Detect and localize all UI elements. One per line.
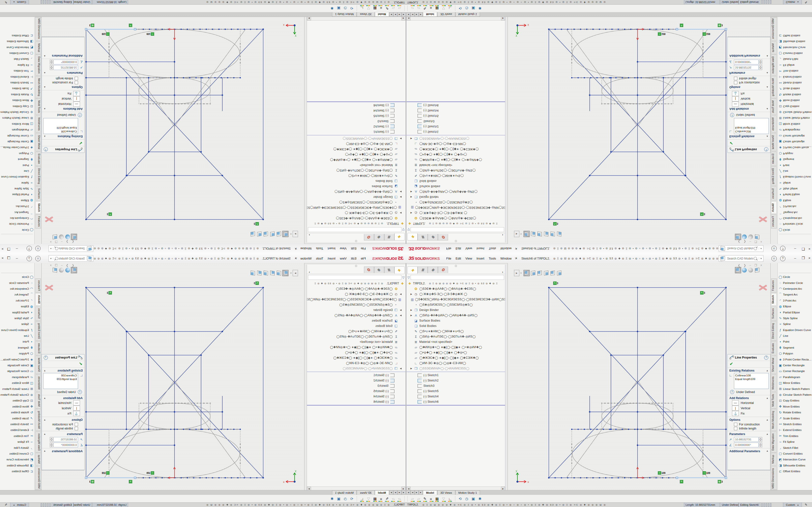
spinner[interactable]: ▲▼ (759, 437, 762, 442)
command-tab[interactable]: Evaluate (35, 341, 41, 355)
menu-item[interactable]: Edit (349, 256, 358, 261)
filter-input[interactable] (308, 227, 401, 232)
tree-root-item[interactable]: ❖ TЯPDL2. ◎ Ξ ◎ Ш ◎ ◎ ◎ ✚ ◎ ⊃С ◎ Ξ ◎ • ◎… (406, 221, 505, 226)
view-document-icon[interactable]: ▶ (293, 270, 298, 276)
document-window-buttons[interactable]: ❮❯ –❐ × (46, 240, 74, 243)
tool-item[interactable]: ◯ Circle (778, 227, 812, 233)
appearance-sphere-icon[interactable] (65, 268, 70, 273)
expand-chevron-icon[interactable]: ▼ (44, 450, 46, 452)
toolbar-icon[interactable]: ▦ (373, 6, 376, 10)
toolbar-icon[interactable]: ▽ (442, 497, 445, 501)
tab-nav-icon[interactable]: ▶ (389, 490, 393, 495)
tree-item[interactable]: ▱ ◯•◎✚◯ ∗◉[◯◦◯]◉∗ ◯✚◎•◯ (307, 152, 406, 157)
toolbar-icon[interactable]: ≡ (430, 6, 432, 10)
expander-icon[interactable]: ▶ (399, 196, 402, 198)
tool-item[interactable]: ↗ Scale Entities (778, 415, 812, 421)
tree-horizontal-scrollbar[interactable]: ◀ ▶ (307, 487, 406, 490)
command-tab[interactable]: Markup (35, 453, 41, 466)
feature-manager-tab[interactable]: ≣ (418, 267, 428, 273)
tool-item[interactable]: ▪ Point (0, 162, 34, 168)
tool-item[interactable]: ⬡ Polygon (0, 350, 34, 356)
tool-item[interactable]: ◌ Perimeter Circle (778, 221, 812, 227)
expander-icon[interactable]: ▶ (399, 367, 402, 370)
tree-root-item[interactable]: ❖ TЯPDL2. ◎ Ξ ◎ Ш ◎ ◎ ◎ ✚ ◎ ⊃С ◎ Ξ ◎ • ◎… (406, 281, 505, 286)
search-box[interactable]: ⬙ ▼ (719, 245, 763, 252)
command-tab[interactable]: Weldments (35, 375, 41, 392)
sketch-list-item[interactable]: (-) Sketch2 (307, 124, 406, 129)
tool-item[interactable]: ⬡ Polygon (778, 350, 812, 356)
toolbar-icon[interactable]: ▦ (435, 497, 439, 501)
feature-manager-tab[interactable]: ❂ (364, 234, 374, 240)
tool-item[interactable]: ◯ Circle (0, 274, 34, 280)
view-cube-icon[interactable] (257, 231, 262, 237)
tool-item[interactable]: ∼ Fit Spline (778, 62, 812, 68)
tree-item[interactable]: Σ ◯ЅИ◎◦✤А∪ПЗЄ◯◦◯ЗЄП∪А✤◦◎ИЅ◯ (307, 168, 406, 173)
document-tab[interactable]: Model (423, 12, 437, 17)
tree-item[interactable]: ▥ ◯Ѕ✤ЗЄЅ◯ИИ◎◦✤ЭСЗЄИЗЄЅЅ◯◦◯ЅЅЄЗИЄЗСЭ✤◦◎ИИ… (307, 205, 406, 210)
feature-manager-tab[interactable]: ≣ (418, 234, 428, 240)
tool-item[interactable]: ◈ 3 Point Center Recta… (0, 145, 34, 151)
tool-item[interactable]: ✥ Move Entities (778, 404, 812, 409)
menu-item[interactable]: Insert (474, 256, 487, 261)
tool-item[interactable]: ⊛ Circular Sketch Pattern (0, 392, 34, 398)
toolbar-icon[interactable]: ✎ (423, 497, 426, 501)
feature-manager-tab[interactable]: ⊕ (428, 267, 438, 273)
tool-item[interactable]: ƒ Equation Driven Curve (778, 327, 812, 333)
document-tab[interactable]: Model (375, 12, 389, 17)
toolbar-icon[interactable]: ∟ (448, 497, 452, 501)
tool-item[interactable]: ⊞ Linear Sketch Pattern (0, 115, 34, 121)
collapse-chevron-icon[interactable]: ▲ (766, 369, 768, 372)
tool-item[interactable]: ⋕ Segment (0, 345, 34, 350)
tool-item[interactable]: ↗ Scale Entities (0, 86, 34, 92)
tab-nav-icon[interactable]: ◀ (406, 12, 410, 17)
tool-item[interactable]: ⌒ Tangent Arc (0, 292, 34, 297)
shaded-view-icon[interactable] (71, 234, 77, 239)
command-tab[interactable]: Features (35, 214, 41, 229)
toolbar-icon[interactable]: ▱ (417, 6, 420, 10)
toolbar-icon[interactable]: ✱ (331, 6, 334, 10)
tree-item[interactable]: ❑ Solid Bodies (307, 323, 406, 329)
caret-down-icon[interactable]: ▼ (290, 233, 292, 235)
tree-item[interactable]: ▶ ❒ Design Binder (307, 194, 406, 200)
spinner[interactable]: ▲▼ (50, 437, 53, 442)
toolbar-icon[interactable]: ✎ (386, 497, 389, 501)
command-tab[interactable]: Evaluate (771, 152, 777, 166)
tool-item[interactable]: ⬡ Polygon (778, 151, 812, 157)
tree-item[interactable]: ◪ Surface Bodies (307, 318, 406, 323)
tool-item[interactable]: ∿ Style Spline (0, 186, 34, 192)
checkbox[interactable] (75, 81, 78, 84)
tool-item[interactable]: ⊏ Offset Entities (0, 33, 34, 39)
scene-sphere-icon[interactable] (748, 234, 753, 239)
close-button[interactable]: × (1, 256, 4, 261)
tree-splitter[interactable] (406, 101, 505, 102)
parameter-field[interactable]: 0.00000000° (734, 443, 759, 447)
menu-item[interactable]: View (463, 256, 474, 261)
tree-item[interactable]: ✎ ◯Ѕ•∪∗❀АМ◯◦◯МА❀∗∪•Ѕ◯ (307, 329, 406, 334)
tool-item[interactable]: ◠ Centerpoint Arc (0, 215, 34, 221)
tool-item[interactable]: ƒ Equation Driven Curve (0, 174, 34, 180)
panel-expand-chevron[interactable]: › (309, 233, 310, 237)
menu-item[interactable]: Tools (487, 246, 498, 251)
view-document-icon[interactable]: ▶ (514, 270, 519, 276)
expander-icon[interactable]: ▶ (410, 367, 413, 370)
filter-input[interactable] (411, 227, 504, 232)
tree-item[interactable]: ▥ ◯Ѕ✤ЗЄЅ◯ИИ◎◦✤ЭСЗЄИЗЄЅЅ◯◦◯ЅЅЄЗИЄЗСЭ✤◦◎ИИ… (307, 297, 406, 302)
tool-item[interactable]: ∼ Fit Spline (0, 62, 34, 68)
toolbar-icon[interactable]: ⟲ (459, 6, 462, 10)
tree-horizontal-scrollbar[interactable]: ◀ ▶ (406, 17, 505, 20)
command-tab[interactable]: Evaluate (771, 341, 777, 355)
tool-item[interactable]: ◨ Silhouette Entities (778, 463, 812, 468)
tree-item[interactable]: ▶ ◷ ◯ Ж❀◎✤Ѕ◦Э◯◦◯Э◦Ѕ✤◎❀Ж ◯ (307, 291, 406, 297)
parameter-field[interactable]: 0.00000000° (53, 443, 78, 447)
view-document-icon[interactable]: ▶ (293, 231, 298, 237)
sketch-list-item[interactable]: (-) Sketch5 (307, 388, 406, 394)
pin-icon[interactable]: ✈ (294, 246, 298, 251)
checkbox[interactable] (75, 427, 78, 430)
tool-item[interactable]: ◖ Partial Ellipse (778, 309, 812, 315)
view-document-icon[interactable]: ▶ (514, 231, 519, 237)
command-tab[interactable]: Surfaces (35, 186, 41, 201)
tab-nav-icon[interactable]: ▶ (389, 12, 393, 17)
command-tab[interactable]: Mesh Modeling (35, 409, 41, 431)
tree-item[interactable]: ▱ ◯✚ЖЭС❀◯ ∗◉[◯◦◯]◉∗ ◯❀СЭЖ✚◯ (307, 355, 406, 360)
tool-item[interactable]: ↗ Scale Entities (778, 86, 812, 92)
